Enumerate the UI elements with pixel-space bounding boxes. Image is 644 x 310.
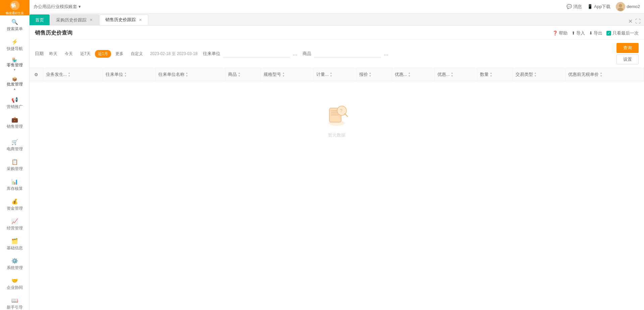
goods-filter-dots[interactable]: ... bbox=[384, 51, 388, 57]
action-buttons: 查询 设置 bbox=[616, 43, 639, 64]
app-download-button[interactable]: 📱 App下载 bbox=[587, 4, 610, 10]
topbar-right: 💬 消息 📱 App下载 demo2 bbox=[567, 2, 640, 11]
avatar bbox=[616, 2, 625, 11]
empty-state-icon: ? bbox=[323, 101, 350, 128]
sidebar-item-corp-agreement[interactable]: 🤝 企业协同 bbox=[0, 274, 30, 294]
main-area: 办公用品行业模拟账套 ▾ 💬 消息 📱 App下载 bbox=[30, 0, 644, 310]
date-range-display: 2023-02-18 至 2023-03-18 bbox=[150, 51, 197, 57]
sidebar-item-ecommerce[interactable]: 🛒 电商管理 bbox=[0, 136, 30, 155]
newbie-guide-icon: 📖 bbox=[11, 297, 18, 304]
tabbar: 首页 采购历史价跟踪 ✕ 销售历史价跟踪 ✕ ✕ ⛶ bbox=[30, 13, 644, 25]
data-table: ⚙ 业务发生... ▲▼ 往来单位 ▲▼ bbox=[30, 68, 644, 81]
export-button[interactable]: ⬇ 导出 bbox=[589, 30, 602, 36]
chevron-down-icon: ▼ bbox=[13, 68, 16, 71]
sidebar-item-label: 营销推广 bbox=[7, 104, 23, 110]
sidebar-item-retail-mgmt[interactable]: 🏪 零售管理 ▼ bbox=[0, 55, 30, 74]
settings-button[interactable]: 设置 bbox=[616, 54, 639, 64]
page-content: 销售历史价查询 ❓ 帮助 ⬆ 导入 ⬇ 导出 ✓ 只看最后一次 bbox=[30, 25, 644, 310]
tab-purchase-history-close[interactable]: ✕ bbox=[89, 18, 93, 22]
system-mgmt-icon: ⚙️ bbox=[11, 258, 18, 264]
sidebar-item-wholesale-mgmt[interactable]: 📦 批发管理 ▲ bbox=[0, 74, 30, 93]
col-partner-code[interactable]: 往来单位 ▲▼ bbox=[103, 68, 155, 81]
date-btn-7days[interactable]: 近7天 bbox=[77, 50, 94, 58]
col-pre-tax-price[interactable]: 优惠前无税单价 ▲▼ bbox=[566, 68, 644, 81]
col-goods[interactable]: 商品 ▲▼ bbox=[225, 68, 261, 81]
col-trade-type[interactable]: 交易类型 ▲▼ bbox=[513, 68, 566, 81]
sidebar-item-newbie-guide[interactable]: 📖 新手引导 bbox=[0, 294, 30, 310]
sidebar-item-label: 电商管理 bbox=[7, 146, 23, 152]
tab-purchase-history-label: 采购历史价跟踪 bbox=[56, 17, 87, 23]
sidebar-item-sales-mgmt[interactable]: 💼 销售管理 bbox=[0, 113, 30, 133]
message-button[interactable]: 💬 消息 bbox=[567, 4, 582, 10]
sidebar-item-finance[interactable]: 💰 资金管理 bbox=[0, 195, 30, 215]
col-discount2[interactable]: 优惠... ▲▼ bbox=[434, 68, 477, 81]
tab-purchase-history[interactable]: 采购历史价跟踪 ✕ bbox=[50, 14, 99, 25]
settings-icon[interactable]: ⚙ bbox=[34, 72, 38, 77]
app-download-icon: 📱 bbox=[587, 4, 593, 9]
query-button[interactable]: 查询 bbox=[616, 43, 639, 53]
sidebar-item-marketing[interactable]: 📢 营销推广 bbox=[0, 93, 30, 113]
tab-close-all-button[interactable]: ✕ bbox=[628, 18, 633, 24]
sidebar-item-inventory[interactable]: 📊 库存核算 bbox=[0, 175, 30, 195]
user-menu[interactable]: demo2 bbox=[616, 2, 640, 11]
import-button[interactable]: ⬆ 导入 bbox=[572, 30, 585, 36]
industry-selector[interactable]: 办公用品行业模拟账套 ▾ bbox=[34, 4, 81, 10]
date-btn-1month[interactable]: 近1月 bbox=[95, 50, 111, 58]
page-header-actions: ❓ 帮助 ⬆ 导入 ⬇ 导出 ✓ 只看最后一次 bbox=[552, 30, 639, 36]
col-discount1[interactable]: 优惠... ▲▼ bbox=[392, 68, 434, 81]
sidebar-item-basic-info[interactable]: 🗂️ 基础信息 bbox=[0, 235, 30, 254]
sidebar-item-label: 库存核算 bbox=[7, 186, 23, 192]
sidebar-item-operations[interactable]: 📈 经营管理 bbox=[0, 215, 30, 235]
avatar-image bbox=[616, 2, 625, 11]
tab-sales-history-label: 销售历史价跟踪 bbox=[105, 17, 136, 23]
sales-mgmt-icon: 💼 bbox=[11, 116, 18, 123]
svg-text:?: ? bbox=[340, 108, 342, 113]
app-logo[interactable]: 畅 畅捷通好生意 bbox=[0, 0, 30, 15]
date-btn-today[interactable]: 今天 bbox=[62, 50, 76, 58]
only-last-label: 只看最后一次 bbox=[612, 30, 639, 36]
tab-home-label: 首页 bbox=[35, 17, 44, 23]
sidebar-item-purchase-mgmt[interactable]: 📋 采购管理 bbox=[0, 155, 30, 175]
help-button[interactable]: ❓ 帮助 bbox=[552, 30, 568, 36]
table-header-row: ⚙ 业务发生... ▲▼ 往来单位 ▲▼ bbox=[30, 68, 644, 81]
message-icon: 💬 bbox=[567, 4, 572, 9]
goods-filter-input[interactable] bbox=[314, 50, 381, 57]
col-unit[interactable]: 计量... ▲▼ bbox=[314, 68, 356, 81]
sidebar-item-quick-nav[interactable]: ⚡ 快捷导航 bbox=[0, 35, 30, 55]
date-btn-yesterday[interactable]: 昨天 bbox=[46, 50, 60, 58]
col-partner-name[interactable]: 往来单位名称 ▲▼ bbox=[155, 68, 225, 81]
only-last-checkbox-label[interactable]: ✓ 只看最后一次 bbox=[606, 30, 639, 36]
col-spec[interactable]: 规格型号 ▲▼ bbox=[261, 68, 314, 81]
svg-point-4 bbox=[618, 8, 623, 11]
sidebar-item-system-mgmt[interactable]: ⚙️ 系统管理 bbox=[0, 254, 30, 274]
col-quantity[interactable]: 数量 ▲▼ bbox=[477, 68, 513, 81]
tab-home[interactable]: 首页 bbox=[30, 14, 50, 25]
export-label: 导出 bbox=[594, 30, 602, 36]
col-biz-date[interactable]: 业务发生... ▲▼ bbox=[43, 68, 103, 81]
tab-sales-history[interactable]: 销售历史价跟踪 ✕ bbox=[100, 14, 148, 25]
purchase-mgmt-icon: 📋 bbox=[11, 159, 18, 165]
partner-filter-dots[interactable]: ... bbox=[293, 51, 297, 57]
topbar: 办公用品行业模拟账套 ▾ 💬 消息 📱 App下载 bbox=[30, 0, 644, 13]
import-label: 导入 bbox=[576, 30, 585, 36]
message-label: 消息 bbox=[573, 4, 582, 10]
logo-text: 畅捷通好生意 bbox=[6, 11, 24, 15]
page-title: 销售历史价查询 bbox=[35, 30, 72, 37]
partner-filter-input[interactable] bbox=[223, 50, 290, 57]
sidebar-item-search-menu[interactable]: 🔍 搜索菜单 bbox=[0, 15, 30, 35]
only-last-checkbox[interactable]: ✓ bbox=[606, 31, 611, 36]
tab-actions: ✕ ⛶ bbox=[628, 18, 644, 25]
date-filter-group: 日期 昨天 今天 近7天 近1月 更多 自定义 2023-02-18 至 202… bbox=[35, 50, 198, 58]
dropdown-arrow-icon: ▾ bbox=[78, 4, 81, 9]
date-btn-custom[interactable]: 自定义 bbox=[128, 50, 146, 58]
basic-info-icon: 🗂️ bbox=[11, 238, 18, 244]
col-quoted-price[interactable]: 报价 ▲▼ bbox=[356, 68, 392, 81]
col-settings[interactable]: ⚙ bbox=[30, 68, 43, 81]
sidebar-item-label: 新手引导 bbox=[7, 305, 23, 310]
search-menu-icon: 🔍 bbox=[11, 19, 18, 25]
goods-filter-label: 商品 bbox=[303, 51, 311, 57]
tab-fullscreen-button[interactable]: ⛶ bbox=[635, 18, 641, 24]
app-download-label: App下载 bbox=[594, 4, 610, 10]
tab-sales-history-close[interactable]: ✕ bbox=[138, 17, 143, 22]
date-btn-more[interactable]: 更多 bbox=[112, 50, 126, 58]
